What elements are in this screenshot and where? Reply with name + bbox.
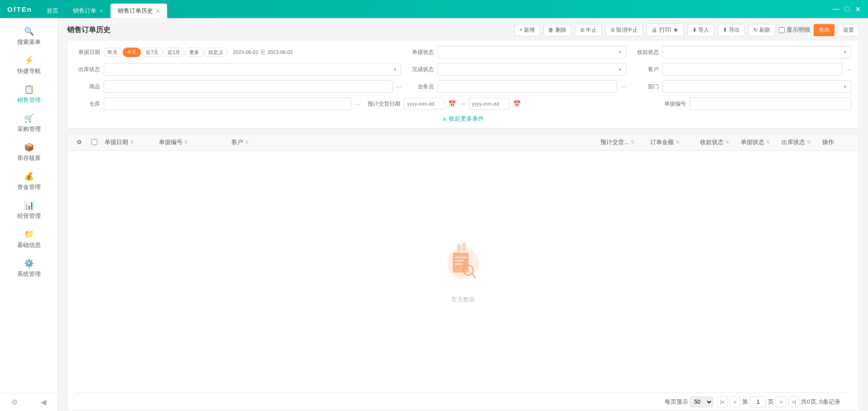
th-delivery[interactable]: 预计交货... ⇅ <box>597 138 647 146</box>
sort-collection-status-icon: ⇅ <box>725 140 729 145</box>
bill-status-select[interactable]: ▼ <box>437 46 626 58</box>
minimize-icon[interactable]: — <box>832 5 839 13</box>
warehouse-input[interactable] <box>104 97 351 110</box>
salesperson-label: 业务员 <box>408 83 434 91</box>
th-out-status[interactable]: 出库状态 ⇅ <box>778 138 819 146</box>
query-button[interactable]: 查询 <box>814 24 834 36</box>
warehouse-dots-icon[interactable]: ··· <box>355 100 360 107</box>
sidebar-item-basic-info[interactable]: 📁 基础信息 <box>0 225 58 254</box>
customer-dots-icon[interactable]: ··· <box>846 66 851 73</box>
customer-label: 客户 <box>633 66 659 73</box>
refresh-button[interactable]: ↻ 刷新 <box>748 24 775 36</box>
out-status-select[interactable]: ▼ <box>104 63 401 76</box>
date-custom-btn[interactable]: 自定义 <box>204 48 227 57</box>
th-collection-status[interactable]: 收款状态 ⇅ <box>696 138 737 146</box>
salesperson-input[interactable] <box>437 80 617 93</box>
sidebar-item-quick-nav[interactable]: ⚡ 快捷导航 <box>0 51 58 80</box>
delivery-calendar-from-icon[interactable]: 📅 <box>448 100 456 107</box>
sidebar-settings-icon[interactable]: ⚙ <box>11 398 18 406</box>
complete-status-select[interactable]: ▼ <box>437 63 626 76</box>
th-customer[interactable]: 客户 ⇅ <box>228 138 597 146</box>
first-page-button[interactable]: |< <box>717 396 728 407</box>
column-settings-icon[interactable]: ⚙ <box>77 139 82 145</box>
sidebar-item-sales-mgmt[interactable]: 📋 销售管理 <box>0 80 58 109</box>
filter-field-salesperson: 业务员 ··· <box>408 80 626 93</box>
goods-input[interactable] <box>104 80 393 93</box>
sort-customer-icon: ⇅ <box>245 140 249 145</box>
show-detail-checkbox-label[interactable]: 显示明细 <box>779 26 810 34</box>
out-status-label: 出库状态 <box>75 66 100 73</box>
sort-num-icon: ⇅ <box>184 140 188 145</box>
th-checkbox[interactable] <box>87 139 101 145</box>
prev-page-button[interactable]: < <box>729 396 740 407</box>
svg-point-8 <box>462 242 466 251</box>
dept-select[interactable]: ▼ <box>662 80 851 93</box>
print-button[interactable]: 🖨 打印 ▼ <box>647 24 684 36</box>
th-amount[interactable]: 订单金额 ⇅ <box>647 138 696 146</box>
show-detail-checkbox[interactable] <box>779 27 785 33</box>
next-page-button[interactable]: > <box>776 396 786 407</box>
quick-nav-icon: ⚡ <box>24 55 34 65</box>
delete-button[interactable]: 🗑 删除 <box>543 24 571 36</box>
import-button[interactable]: ⬇ 导入 <box>687 24 714 36</box>
settings-button[interactable]: 设置 <box>838 24 859 36</box>
window-close-icon[interactable]: ✕ <box>855 5 861 14</box>
sort-delivery-icon: ⇅ <box>631 140 634 145</box>
maximize-icon[interactable]: □ <box>845 5 849 13</box>
delivery-date-to-input[interactable] <box>469 98 509 110</box>
date-more-btn[interactable]: 更多 <box>185 48 203 57</box>
date-quick-buttons: 昨天 今天 近7天 近1月 更多 自定义 <box>104 48 227 57</box>
stop-button[interactable]: ⊘ 中止 <box>575 24 602 36</box>
sidebar-item-inventory-calc[interactable]: 📦 库存核算 <box>0 138 58 167</box>
collection-status-select[interactable]: ▼ <box>662 46 851 58</box>
svg-rect-2 <box>455 256 466 258</box>
tab-sales-order-history[interactable]: 销售订单历史 ✕ <box>110 4 167 18</box>
date-1month-btn[interactable]: 近1月 <box>163 48 184 57</box>
select-all-checkbox[interactable] <box>91 139 97 145</box>
pagination: 每页显示 10 20 50 100 |< < 第 页 > >| <box>77 392 849 411</box>
sidebar-item-operation-mgmt[interactable]: 📊 经营管理 <box>0 196 58 225</box>
sidebar-item-search-menu[interactable]: 🔍 搜索菜单 <box>0 22 58 51</box>
filter-row-2: 出库状态 ▼ 完成状态 ▼ 客户 ··· <box>75 63 851 76</box>
last-page-button[interactable]: >| <box>788 396 799 407</box>
date-separator: 至 <box>260 48 266 56</box>
salesperson-dots-icon[interactable]: ··· <box>621 83 626 90</box>
sidebar-item-finance-mgmt[interactable]: 💰 资金管理 <box>0 167 58 196</box>
page-size-dropdown[interactable]: 10 20 50 100 <box>690 396 713 407</box>
bill-status-label: 单据状态 <box>408 48 434 56</box>
goods-dots-icon[interactable]: ··· <box>396 83 402 90</box>
new-button[interactable]: + 新增 <box>514 24 540 36</box>
cancel-stop-button[interactable]: ⊘ 取消中止 <box>605 24 643 36</box>
customer-input[interactable] <box>662 63 842 76</box>
th-date[interactable]: 单据日期 ⇅ <box>101 138 155 146</box>
page-header: 销售订单历史 + 新增 🗑 删除 ⊘ 中止 ⊘ 取消中止 🖨 打印 ▼ ⬇ 导入… <box>58 18 868 40</box>
complete-status-label: 完成状态 <box>408 66 434 73</box>
page-number-input[interactable] <box>750 396 766 407</box>
th-num[interactable]: 单据编号 ⇅ <box>155 138 228 146</box>
delivery-date-from-input[interactable] <box>404 98 445 110</box>
export-button[interactable]: ⬆ 导出 <box>718 24 744 36</box>
filter-field-warehouse: 仓库 ··· <box>75 97 360 110</box>
close-sales-order-history-tab-icon[interactable]: ✕ <box>156 8 160 14</box>
filter-field-out-status: 出库状态 ▼ <box>75 63 401 76</box>
close-sales-order-tab-icon[interactable]: ✕ <box>99 8 103 14</box>
tab-home[interactable]: 首页 <box>39 4 66 18</box>
total-text: 共0页, 0条记录 <box>801 398 840 406</box>
sidebar-item-purchase-mgmt[interactable]: 🛒 采购管理 <box>0 109 58 138</box>
table-header: ⚙ 单据日期 ⇅ 单据编号 ⇅ 客户 ⇅ 预计交货... <box>67 134 858 151</box>
sidebar-collapse-icon[interactable]: ◀ <box>41 398 46 406</box>
date-7days-btn[interactable]: 近7天 <box>142 48 163 57</box>
collapse-button[interactable]: ∧ 收起更多条件 <box>75 115 851 123</box>
sort-bill-status-icon: ⇅ <box>766 140 770 145</box>
sidebar-item-system-mgmt[interactable]: ⚙️ 系统管理 <box>0 254 58 283</box>
date-today-btn[interactable]: 今天 <box>123 48 141 57</box>
filter-field-complete-status: 完成状态 ▼ <box>408 63 626 76</box>
date-yesterday-btn[interactable]: 昨天 <box>104 48 122 57</box>
sort-date-icon: ⇅ <box>130 140 134 145</box>
th-settings[interactable]: ⚙ <box>71 139 87 145</box>
th-bill-status[interactable]: 单据状态 ⇅ <box>737 138 778 146</box>
warehouse-label: 仓库 <box>75 100 100 108</box>
delivery-calendar-to-icon[interactable]: 📅 <box>513 100 521 107</box>
bill-no-input[interactable] <box>690 97 851 110</box>
tab-sales-order[interactable]: 销售订单 ✕ <box>66 4 110 18</box>
